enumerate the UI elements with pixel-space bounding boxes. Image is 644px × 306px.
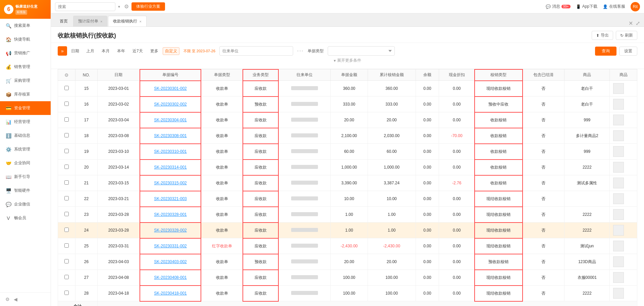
filter-prev-month-button[interactable]: 上月 (83, 47, 97, 55)
table-row[interactable]: 20 2023-03-14 SK-20230314-001 收款单 应收款 1,… (58, 160, 637, 175)
topbar-gear-icon[interactable]: ⚙ (124, 3, 129, 10)
row-checkbox[interactable] (64, 102, 69, 106)
cell-checkbox[interactable] (58, 238, 75, 254)
table-row[interactable]: 26 2023-04-03 SK-20230403-002 收款单 预收款 20… (58, 254, 637, 270)
row-checkbox[interactable] (64, 149, 69, 153)
cell-checkbox[interactable] (58, 160, 75, 175)
tab-close-all-button[interactable]: ✕ (629, 20, 633, 26)
tab-prepay-list[interactable]: 预计应付单 × (73, 16, 107, 26)
cell-bill-no[interactable]: SK-20230331-002 (140, 238, 201, 254)
sidebar-item-marketing[interactable]: 📢 营销推广 (0, 46, 51, 60)
export-button[interactable]: ⬆ 导出 (592, 31, 613, 40)
cell-bill-no[interactable]: SK-20230328-001 (140, 207, 201, 223)
bill-no-link[interactable]: SK-20230302-002 (154, 102, 186, 107)
bill-no-link[interactable]: SK-20230328-001 (154, 212, 186, 217)
bill-no-link[interactable]: SK-20230304-001 (154, 118, 186, 122)
sidebar-item-quicknav[interactable]: 🏠 快捷导航 (0, 33, 51, 46)
row-checkbox[interactable] (64, 165, 69, 169)
refresh-button[interactable]: ↻ 刷新 (616, 31, 637, 40)
cell-bill-no[interactable]: SK-20230308-001 (140, 128, 201, 144)
sidebar-item-sales[interactable]: 💰 销售管理 (0, 60, 51, 74)
user-avatar[interactable]: Rit (631, 2, 640, 11)
cell-checkbox[interactable] (58, 207, 75, 223)
row-checkbox[interactable] (64, 259, 69, 263)
cell-checkbox[interactable] (58, 128, 75, 144)
collapse-icon[interactable]: ◀ (14, 297, 17, 302)
row-checkbox[interactable] (64, 86, 69, 90)
cell-checkbox[interactable] (58, 112, 75, 128)
cell-checkbox[interactable] (58, 97, 75, 112)
cell-bill-no[interactable]: SK-20230321-003 (140, 191, 201, 207)
sidebar-item-guide[interactable]: 📖 新手引导 (0, 170, 51, 184)
column-settings-icon[interactable]: ⚙ (64, 72, 69, 78)
filter-7days-button[interactable]: 近7天 (129, 47, 146, 55)
cell-checkbox[interactable] (58, 191, 75, 207)
topbar-chevron-icon[interactable]: ▾ (118, 4, 120, 9)
cell-bill-no[interactable]: SK-20230408-001 (140, 270, 201, 286)
bill-no-link[interactable]: SK-20230418-001 (154, 291, 186, 296)
settings-footer-icon[interactable]: ⚙ (5, 297, 10, 302)
table-row[interactable]: 23 2023-03-28 SK-20230328-001 收款单 应收款 1.… (58, 207, 637, 223)
sidebar-item-search[interactable]: 🔍 搜索菜单 (0, 19, 51, 33)
cell-checkbox[interactable] (58, 223, 75, 238)
cell-bill-no[interactable]: SK-20230418-001 (140, 286, 201, 301)
sidebar-item-corp[interactable]: 🤝 企业协同 (0, 156, 51, 170)
table-row[interactable]: 24 2023-03-28 SK-20230328-002 收款单 应收款 1.… (58, 223, 637, 238)
table-container[interactable]: ⚙ NO. 日期 单据编号 单据类型 业务类型 往来单位 单据金额 累计核销金额… (51, 69, 644, 306)
bill-no-link[interactable]: SK-20230331-002 (154, 244, 186, 248)
bill-no-link[interactable]: SK-20230328-002 (154, 228, 186, 233)
row-checkbox[interactable] (64, 243, 69, 248)
table-row[interactable]: 15 2023-03-01 SK-20230301-002 收款单 应收款 36… (58, 81, 637, 97)
cell-bill-no[interactable]: SK-20230304-001 (140, 112, 201, 128)
cell-checkbox[interactable] (58, 254, 75, 270)
bill-no-link[interactable]: SK-20230314-001 (154, 165, 186, 170)
topbar-app-download[interactable]: 📱 App下载 (576, 4, 597, 9)
cell-checkbox[interactable] (58, 81, 75, 97)
sidebar-item-basic[interactable]: ℹ️ 基础信息 (0, 129, 51, 142)
col-settings[interactable]: ⚙ (58, 69, 75, 81)
bill-no-link[interactable]: SK-20230408-001 (154, 275, 186, 280)
filter-custom-label[interactable]: 自定义 (163, 47, 179, 55)
cell-checkbox[interactable] (58, 270, 75, 286)
row-checkbox[interactable] (64, 180, 69, 185)
cell-bill-no[interactable]: SK-20230403-002 (140, 254, 201, 270)
cell-checkbox[interactable] (58, 144, 75, 160)
sidebar-item-hardware[interactable]: 🖥️ 智能硬件 (0, 184, 51, 197)
sidebar-item-purchase[interactable]: 🛒 采购管理 (0, 74, 51, 87)
row-checkbox[interactable] (64, 291, 69, 295)
filter-unit-input[interactable] (219, 46, 293, 56)
row-checkbox[interactable] (64, 275, 69, 279)
row-checkbox[interactable] (64, 117, 69, 122)
cell-checkbox[interactable] (58, 286, 75, 301)
sidebar-item-member[interactable]: V 畅会员 (0, 211, 51, 225)
cell-bill-no[interactable]: SK-20230302-002 (140, 97, 201, 112)
filter-this-month-button[interactable]: 本月 (99, 47, 113, 55)
row-checkbox[interactable] (64, 228, 69, 232)
topbar-search-input[interactable] (55, 2, 115, 11)
bill-no-link[interactable]: SK-20230403-002 (154, 259, 186, 264)
filter-expand-button[interactable]: » (58, 46, 67, 56)
sidebar-item-finance[interactable]: 💳 资金管理 (0, 101, 51, 115)
bill-no-link[interactable]: SK-20230315-002 (154, 181, 186, 185)
bill-no-link[interactable]: SK-20230301-002 (154, 86, 186, 91)
filter-query-button[interactable]: 查询 (595, 47, 616, 56)
table-row[interactable]: 28 2023-04-18 SK-20230418-001 收款单 应收款 10… (58, 286, 637, 301)
bill-no-link[interactable]: SK-20230321-003 (154, 196, 186, 201)
cell-bill-no[interactable]: SK-20230310-001 (140, 144, 201, 160)
cell-bill-no[interactable]: SK-20230315-002 (140, 175, 201, 191)
row-checkbox[interactable] (64, 133, 69, 137)
table-row[interactable]: 16 2023-03-02 SK-20230302-002 收款单 预收款 33… (58, 97, 637, 112)
sidebar-item-inventory[interactable]: 📦 库存核算 (0, 87, 51, 101)
filter-setting-button[interactable]: 设置 (619, 47, 637, 56)
cell-bill-no[interactable]: SK-20230314-001 (140, 160, 201, 175)
topbar-online-service[interactable]: 👤 在线客服 (603, 4, 625, 9)
sidebar-item-operation[interactable]: 📊 经营管理 (0, 115, 51, 129)
cell-checkbox[interactable] (58, 175, 75, 191)
topbar-message[interactable]: 💬 消息 99+ (546, 4, 571, 9)
row-checkbox[interactable] (64, 212, 69, 216)
table-row[interactable]: 18 2023-03-08 SK-20230308-001 收款单 应收款 2,… (58, 128, 637, 144)
table-row[interactable]: 21 2023-03-15 SK-20230315-002 收款单 应收款 3,… (58, 175, 637, 191)
industry-solution-button[interactable]: 体验行业方案 (131, 2, 165, 11)
cell-bill-no[interactable]: SK-20230301-002 (140, 81, 201, 97)
table-row[interactable]: 25 2023-03-31 SK-20230331-002 红字收款单 应收款 … (58, 238, 637, 254)
